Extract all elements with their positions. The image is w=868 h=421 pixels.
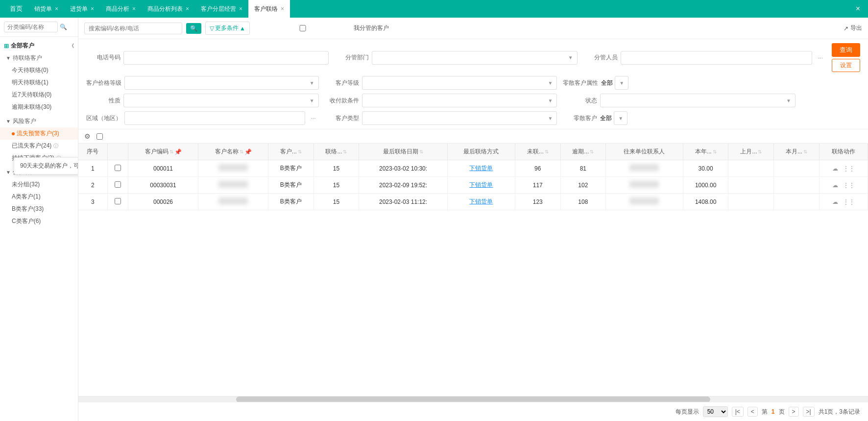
pin-icon-code[interactable]: 📌 [174,149,182,155]
cell-check-1[interactable] [107,160,128,177]
tab-purchase[interactable]: 进货单 × [64,0,100,18]
cell-method-1[interactable]: 下销货单 [447,160,515,177]
action-icon-2b[interactable]: ⋮⋮ [843,182,855,189]
search-input[interactable] [84,23,182,34]
filter-area-input[interactable] [124,111,305,125]
th-contact-count[interactable]: 联络... ⇅ [313,144,359,160]
th-last-date[interactable]: 最后联络日期 ⇅ [359,144,448,160]
chevron-up-icon: ▲ [240,25,245,32]
cell-overdue-3: 108 [560,194,606,210]
more-conditions-button[interactable]: ▽ 更多条件 ▲ [205,22,250,35]
area-ellipsis-btn[interactable]: ··· [308,114,319,123]
sidebar-item-class-a[interactable]: A类客户(1) [0,191,78,203]
action-icon-1a[interactable]: ☁ [832,165,838,172]
per-page-select[interactable]: 50 100 200 [703,406,728,417]
search-button[interactable]: 🔍 [186,23,201,34]
close-tab-customer-layer[interactable]: × [239,5,242,12]
cell-check-3[interactable] [107,194,128,210]
first-page-button[interactable]: |< [732,407,744,417]
filter-sparse-customer-label: 零散客户 [563,114,597,123]
filter-sparse-cust-select[interactable]: ▼ [614,111,627,125]
filter-manager-input[interactable] [621,51,812,65]
sidebar-all-customers[interactable]: ⊞ 全部客户 《 [0,40,78,52]
close-tab-customer-contact[interactable]: × [281,5,284,12]
tab-product-list[interactable]: 商品分析列表 × [142,0,195,18]
query-button[interactable]: 查询 [832,43,860,57]
sidebar-group-pending-title[interactable]: ▼ 待联络客户 [0,52,78,64]
cell-method-2[interactable]: 下销货单 [447,177,515,194]
window-close-button[interactable]: × [852,4,864,13]
row-checkbox-2[interactable] [115,181,121,188]
method-link-3[interactable]: 下销货单 [469,198,493,205]
filter-area-label: 区域（地区） [86,114,121,123]
home-tab[interactable]: 首页 [4,0,28,18]
action-icon-3a[interactable]: ☁ [832,198,838,205]
row-checkbox-3[interactable] [115,198,121,204]
action-icon-3b[interactable]: ⋮⋮ [843,198,855,205]
pin-icon-name[interactable]: 📌 [244,149,252,155]
action-icon-1b[interactable]: ⋮⋮ [843,165,855,172]
table-gear-button[interactable]: ⚙ [84,132,91,140]
sidebar-search-input[interactable] [4,22,58,32]
sidebar-item-tomorrow[interactable]: 明天待联络(1) [0,76,78,89]
th-name[interactable]: 客户名称 ⇅ 📌 [198,144,268,160]
select-all-checkbox[interactable] [96,133,103,140]
cell-person-1 [606,160,683,177]
filter-nature-select[interactable]: ▼ [123,94,319,107]
th-this-year[interactable]: 本年... ⇅ [683,144,728,160]
cell-index-2: 2 [78,177,107,194]
close-tab-purchase[interactable]: × [91,5,94,12]
setting-button[interactable]: 设置 [832,59,860,72]
method-link-1[interactable]: 下销货单 [469,165,493,172]
data-table: 序号 客户编码 ⇅ 📌 客户名称 ⇅ [78,144,868,210]
filter-dept-select[interactable]: ▼ [372,51,577,65]
tab-customer-layer[interactable]: 客户分层经营 × [195,0,248,18]
manager-ellipsis-btn[interactable]: ··· [815,53,826,62]
cell-method-3[interactable]: 下销货单 [447,194,515,210]
export-button[interactable]: ↗ 导出 [844,24,862,32]
sidebar-item-class-b[interactable]: B类客户(33) [0,203,78,215]
th-overdue[interactable]: 逾期... ⇅ [560,144,606,160]
th-this-month[interactable]: 本月... ⇅ [774,144,820,160]
close-tab-product-list[interactable]: × [186,5,189,12]
sidebar-item-churn-warning[interactable]: 流失预警客户(3) [0,127,78,140]
cell-check-2[interactable] [107,177,128,194]
method-link-2[interactable]: 下销货单 [469,181,493,188]
sidebar-item-ungroup[interactable]: 未分组(32) [0,178,78,191]
sidebar-group-risk-title[interactable]: ▼ 风险客户 [0,115,78,127]
filter-price-level-select[interactable]: ▼ [124,76,319,90]
horizontal-scrollbar[interactable] [78,396,868,402]
filter-customer-level-select[interactable]: ▼ [362,76,557,90]
sidebar-item-churned[interactable]: 已流失客户(24) ⓘ [0,140,78,152]
close-tab-product-analysis[interactable]: × [132,5,136,12]
sort-icon-last-month: ⇅ [758,149,762,154]
row-checkbox-1[interactable] [115,165,121,171]
filter-payment-select[interactable]: ▼ [362,94,557,107]
filter-customer-type-select[interactable]: ▼ [362,111,557,125]
action-icon-2a[interactable]: ☁ [832,182,838,189]
th-code[interactable]: 客户编码 ⇅ 📌 [128,144,198,160]
last-page-button[interactable]: >| [803,407,815,417]
sidebar-item-overdue[interactable]: 逾期未联络(30) [0,101,78,113]
close-tab-sales[interactable]: × [55,5,58,12]
prev-page-button[interactable]: < [747,407,758,417]
filter-phone-input[interactable] [123,51,329,65]
tab-sales[interactable]: 销货单 × [28,0,64,18]
cell-person-3 [606,194,683,210]
next-page-button[interactable]: > [789,407,799,417]
sidebar-search-icon[interactable]: 🔍 [60,24,67,30]
th-customer-type[interactable]: 客户... ⇅ [268,144,314,160]
th-last-month[interactable]: 上月... ⇅ [728,144,774,160]
sidebar-item-class-c[interactable]: C类客户(6) [0,215,78,227]
sidebar-item-7days[interactable]: 近7天待联络(0) [0,89,78,101]
collapse-btn[interactable]: 《 [69,43,74,50]
sidebar-item-today[interactable]: 今天待联络(0) [0,64,78,76]
my-customers-checkbox[interactable]: 我分管的客户 [254,24,389,32]
filter-sparse-attr-select[interactable]: ▼ [615,76,628,90]
my-customers-check[interactable] [254,25,352,31]
tab-customer-contact[interactable]: 客户联络 × [248,0,290,18]
tab-product-analysis[interactable]: 商品分析 × [100,0,142,18]
action-buttons: 查询 设置 [832,43,860,72]
th-not-contacted[interactable]: 未联... ⇅ [515,144,560,160]
filter-status-select[interactable]: ▼ [600,94,796,107]
